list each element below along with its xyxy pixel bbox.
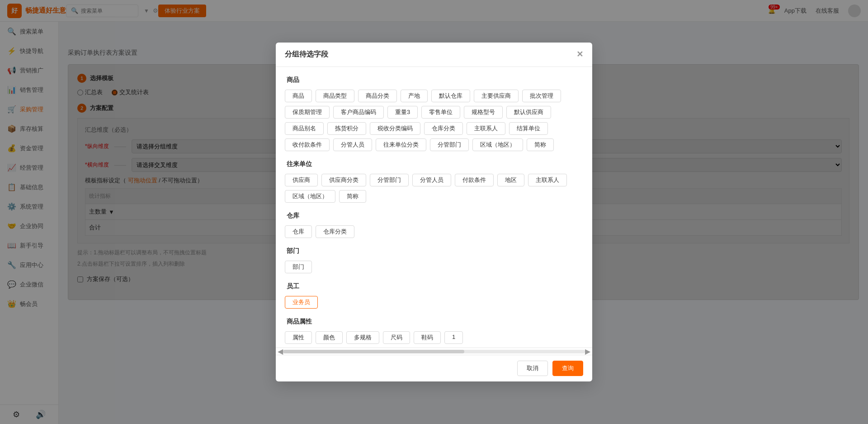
field-tag[interactable]: 批次管理 [522, 90, 561, 102]
field-tag[interactable]: 业务员 [285, 296, 318, 309]
field-tag[interactable]: 主联系人 [467, 122, 505, 135]
field-tag[interactable]: 供应商分类 [321, 174, 366, 186]
field-tag[interactable]: 属性 [285, 331, 312, 344]
section-product-attr: 商品属性 属性 颜色 多规格 尺码 鞋码 1 [285, 318, 583, 344]
field-tag[interactable]: 简称 [527, 138, 554, 151]
field-tag[interactable]: 分管部门 [370, 174, 409, 186]
field-tag[interactable]: 供应商 [285, 174, 318, 186]
modal-footer: 取消 查询 [276, 355, 592, 381]
field-tag[interactable]: 分管部门 [430, 138, 469, 151]
field-tag[interactable]: 往来单位分类 [376, 138, 426, 151]
field-tag[interactable]: 多规格 [346, 331, 379, 344]
section-goods-title: 商品 [285, 76, 583, 84]
field-tag[interactable]: 区域（地区） [472, 138, 523, 151]
field-tag[interactable]: 主要供应商 [474, 90, 519, 102]
field-tag[interactable]: 仓库分类 [424, 122, 463, 135]
field-tag[interactable]: 保质期管理 [285, 106, 330, 119]
field-tag[interactable]: 地区 [497, 174, 524, 186]
field-tag[interactable]: 规格型号 [464, 106, 503, 119]
section-warehouse: 仓库 仓库 仓库分类 [285, 212, 583, 238]
modal-scrollbar-bottom: ◀ ▶ [276, 348, 592, 355]
modal-body: 商品 商品 商品类型 商品分类 产地 默认仓库 主要供应商 批次管理 保质期管理… [276, 67, 592, 348]
section-partner: 往来单位 供应商 供应商分类 分管部门 分管人员 付款条件 地区 主联系人 区域… [285, 160, 583, 203]
field-tag[interactable]: 结算单位 [509, 122, 548, 135]
employee-field-grid: 业务员 [285, 296, 583, 309]
field-tag[interactable]: 商品类型 [316, 90, 354, 102]
field-tag[interactable]: 分管人员 [412, 174, 451, 186]
field-tag[interactable]: 默认仓库 [431, 90, 470, 102]
field-tag[interactable]: 区域（地区） [285, 190, 335, 203]
field-tag[interactable]: 颜色 [316, 331, 343, 344]
field-tag[interactable]: 商品分类 [358, 90, 397, 102]
field-tag[interactable]: 鞋码 [414, 331, 441, 344]
modal-overlay: 分组待选字段 ✕ 商品 商品 商品类型 商品分类 产地 默认仓库 主要供应商 批… [0, 0, 868, 424]
scrollbar-thumb[interactable] [283, 350, 464, 353]
field-tag[interactable]: 仓库分类 [316, 225, 354, 238]
field-tag[interactable]: 简称 [339, 190, 366, 203]
section-department: 部门 部门 [285, 247, 583, 273]
field-tag[interactable]: 仓库 [285, 225, 312, 238]
field-tag[interactable]: 商品别名 [285, 122, 324, 135]
field-tag[interactable]: 客户商品编码 [333, 106, 384, 119]
field-tag[interactable]: 付款条件 [455, 174, 494, 186]
modal-title: 分组待选字段 [285, 50, 328, 59]
section-employee: 员工 业务员 [285, 282, 583, 309]
modal-cancel-btn[interactable]: 取消 [517, 361, 548, 376]
section-partner-title: 往来单位 [285, 160, 583, 168]
field-tag[interactable]: 收付款条件 [285, 138, 330, 151]
field-tag[interactable]: 1 [444, 331, 463, 344]
modal-close-btn[interactable]: ✕ [576, 50, 583, 58]
modal-confirm-btn[interactable]: 查询 [552, 361, 583, 376]
field-tag[interactable]: 产地 [401, 90, 428, 102]
section-department-title: 部门 [285, 247, 583, 255]
section-goods: 商品 商品 商品类型 商品分类 产地 默认仓库 主要供应商 批次管理 保质期管理… [285, 76, 583, 151]
field-tag[interactable]: 默认供应商 [506, 106, 551, 119]
modal: 分组待选字段 ✕ 商品 商品 商品类型 商品分类 产地 默认仓库 主要供应商 批… [276, 43, 592, 382]
field-tag[interactable]: 拣货积分 [327, 122, 366, 135]
goods-field-grid: 商品 商品类型 商品分类 产地 默认仓库 主要供应商 批次管理 保质期管理 客户… [285, 90, 583, 151]
department-field-grid: 部门 [285, 261, 583, 273]
field-tag[interactable]: 分管人员 [333, 138, 372, 151]
product-attr-field-grid: 属性 颜色 多规格 尺码 鞋码 1 [285, 331, 583, 344]
field-tag[interactable]: 商品 [285, 90, 312, 102]
modal-header: 分组待选字段 ✕ [276, 43, 592, 67]
section-warehouse-title: 仓库 [285, 212, 583, 220]
partner-field-grid: 供应商 供应商分类 分管部门 分管人员 付款条件 地区 主联系人 区域（地区） … [285, 174, 583, 203]
section-product-attr-title: 商品属性 [285, 318, 583, 326]
warehouse-field-grid: 仓库 仓库分类 [285, 225, 583, 238]
scrollbar-track [283, 350, 585, 353]
field-tag[interactable]: 税收分类编码 [370, 122, 420, 135]
field-tag[interactable]: 零售单位 [421, 106, 460, 119]
field-tag[interactable]: 重量3 [387, 106, 418, 119]
field-tag[interactable]: 尺码 [383, 331, 410, 344]
section-employee-title: 员工 [285, 282, 583, 291]
field-tag[interactable]: 部门 [285, 261, 312, 273]
field-tag[interactable]: 主联系人 [528, 174, 567, 186]
